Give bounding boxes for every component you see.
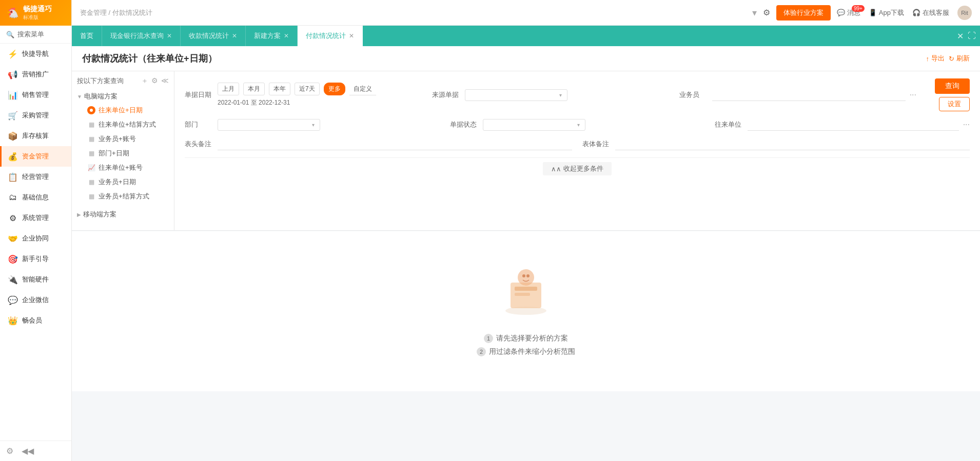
export-btn[interactable]: ↑ 导出 <box>926 54 945 63</box>
guide-icon: 🎯 <box>8 254 18 264</box>
add-scheme-icon[interactable]: ＋ <box>141 76 148 86</box>
sidebar-label-marketing: 营销推广 <box>22 70 49 79</box>
date-btn-custom[interactable]: 自定义 <box>349 83 376 95</box>
refresh-btn[interactable]: ↻ 刷新 <box>949 54 970 63</box>
tab-bank-flow-close[interactable]: ✕ <box>167 32 172 39</box>
sidebar-label-purchase: 采购管理 <box>22 111 49 120</box>
scheme-item-partner-settle[interactable]: ▦ 往来单位+结算方式 <box>77 117 169 132</box>
svg-rect-2 <box>515 287 537 291</box>
logo-icon: 🐔 <box>6 7 19 19</box>
online-service-btn[interactable]: 🎧 在线客服 <box>912 8 949 17</box>
date-btn-this-year[interactable]: 本年 <box>269 83 290 95</box>
collapse-btn[interactable]: ∧∧ 收起更多条件 <box>543 162 612 175</box>
sidebar-item-hardware[interactable]: 🔌 智能硬件 <box>0 269 71 290</box>
scheme-item-dept-date[interactable]: ▦ 部门+日期 <box>77 146 169 161</box>
sidebar-item-guide[interactable]: 🎯 新手引导 <box>0 249 71 269</box>
search-label: 搜索菜单 <box>17 30 44 39</box>
maximize-icon[interactable]: ⛶ <box>968 31 976 41</box>
filter-panel: 按以下方案查询 ＋ ⚙ ≪ ▼ 电脑端方案 往来单位+日期 <box>72 71 980 231</box>
user-avatar-btn[interactable]: Rit <box>957 6 972 20</box>
settings-bottom-icon[interactable]: ⚙ <box>6 446 13 456</box>
tab-new-scheme[interactable]: 新建方案 ✕ <box>246 26 298 46</box>
scheme-item-staff-account[interactable]: ▦ 业务员+账号 <box>77 132 169 146</box>
sidebar-item-purchase[interactable]: 🛒 采购管理 <box>0 105 71 126</box>
message-btn[interactable]: 💬 消息 99+ <box>837 8 860 17</box>
date-filter-group: 单据日期 上月 本月 本年 近7天 更多 自定义 2022-01-01 至 20… <box>185 83 422 107</box>
tab-receipt-stats-label: 收款情况统计 <box>189 31 229 41</box>
sidebar-item-basic-info[interactable]: 🗂 基础信息 <box>0 187 71 208</box>
tab-receipt-stats[interactable]: 收款情况统计 ✕ <box>181 26 246 46</box>
staff-input[interactable] <box>712 89 906 101</box>
avatar: Rit <box>957 6 972 20</box>
mobile-section-header[interactable]: ▶ 移动端方案 <box>77 208 169 221</box>
staff-filter-group: 业务员 ··· <box>679 89 916 101</box>
source-select[interactable]: ▾ <box>465 89 567 101</box>
partner-more-icon[interactable]: ··· <box>963 120 970 129</box>
scheme-panel: 按以下方案查询 ＋ ⚙ ≪ ▼ 电脑端方案 往来单位+日期 <box>72 71 174 230</box>
logo-sub: 标准版 <box>23 14 52 21</box>
search-menu[interactable]: 🔍 搜索菜单 <box>0 26 71 44</box>
tab-payment-stats[interactable]: 付款情况统计 ✕ <box>298 26 363 46</box>
sidebar-item-inventory[interactable]: 📦 库存核算 <box>0 126 71 146</box>
close-all-tabs-icon[interactable]: ✕ <box>957 31 964 41</box>
topbar-dropdown-icon[interactable]: ▾ <box>752 7 757 18</box>
date-btn-more[interactable]: 更多 <box>324 83 345 95</box>
sidebar-item-finance[interactable]: 💰 资金管理 <box>0 146 71 167</box>
collapse-sidebar-icon[interactable]: ◀◀ <box>22 446 34 456</box>
sidebar-item-member[interactable]: 👑 畅会员 <box>0 310 71 331</box>
body-note-input[interactable] <box>615 138 970 150</box>
sidebar-item-cooperation[interactable]: 🤝 企业协同 <box>0 228 71 249</box>
scheme-table-icon-1: ▦ <box>87 121 95 129</box>
sidebar-item-wechat[interactable]: 💬 企业微信 <box>0 290 71 310</box>
svg-point-5 <box>522 274 525 277</box>
scheme-item-partner-date[interactable]: 往来单位+日期 <box>77 103 169 117</box>
filter-collapse-area: ∧∧ 收起更多条件 <box>185 157 970 179</box>
sidebar-item-marketing[interactable]: 📢 营销推广 <box>0 64 71 85</box>
voucher-status-select[interactable]: ▾ <box>483 119 585 131</box>
scheme-label-partner-date: 往来单位+日期 <box>99 106 143 115</box>
settings-scheme-icon[interactable]: ⚙ <box>151 76 158 86</box>
date-btn-this-month[interactable]: 本月 <box>243 83 265 95</box>
sidebar-item-quick-nav[interactable]: ⚡ 快捷导航 <box>0 44 71 64</box>
scheme-item-staff-settle[interactable]: ▦ 业务员+结算方式 <box>77 189 169 204</box>
sidebar-item-operation[interactable]: 📋 经营管理 <box>0 167 71 187</box>
dept-filter-label: 部门 <box>185 120 213 129</box>
date-btn-last-month[interactable]: 上月 <box>218 83 239 95</box>
scheme-label-partner-settle: 往来单位+结算方式 <box>99 120 156 129</box>
header-note-input[interactable] <box>218 138 572 150</box>
finance-icon: 💰 <box>8 151 18 162</box>
desktop-section-header[interactable]: ▼ 电脑端方案 <box>77 90 169 103</box>
scheme-label-staff-settle: 业务员+结算方式 <box>99 192 149 201</box>
sidebar-item-sales[interactable]: 📊 销售管理 <box>0 85 71 105</box>
hint-text-1: 请先选择要分析的方案 <box>496 334 568 343</box>
settings-btn[interactable]: 设置 <box>939 97 970 111</box>
scheme-item-staff-date[interactable]: ▦ 业务员+日期 <box>77 175 169 189</box>
body-note-group: 表体备注 <box>582 138 970 150</box>
tabbar: 首页 现金银行流水查询 ✕ 收款情况统计 ✕ 新建方案 ✕ 付款情况统计 ✕ ✕… <box>72 26 980 46</box>
export-icon: ↑ <box>926 55 930 63</box>
tab-new-scheme-label: 新建方案 <box>254 31 281 41</box>
topbar-settings-icon[interactable]: ⚙ <box>763 8 770 17</box>
basic-info-icon: 🗂 <box>8 192 18 203</box>
sidebar-label-sales: 销售管理 <box>22 90 49 99</box>
dept-select[interactable]: ▾ <box>218 119 320 131</box>
tab-new-scheme-close[interactable]: ✕ <box>284 32 289 39</box>
tab-home[interactable]: 首页 <box>72 26 102 46</box>
tab-receipt-stats-close[interactable]: ✕ <box>232 32 237 39</box>
trial-btn[interactable]: 体验行业方案 <box>776 5 831 21</box>
date-btn-7days[interactable]: 近7天 <box>295 83 320 95</box>
user-name: Rit <box>961 10 968 16</box>
app-download-btn[interactable]: 📱 App下载 <box>869 8 904 17</box>
collapse-scheme-icon[interactable]: ≪ <box>161 76 169 86</box>
query-btn[interactable]: 查询 <box>935 78 970 94</box>
tab-payment-stats-close[interactable]: ✕ <box>349 32 354 39</box>
sidebar-label-operation: 经营管理 <box>22 172 49 182</box>
scheme-item-partner-account[interactable]: 📈 往来单位+账号 <box>77 161 169 175</box>
hardware-icon: 🔌 <box>8 274 18 285</box>
tab-payment-stats-label: 付款情况统计 <box>306 31 346 41</box>
partner-input[interactable] <box>748 118 958 131</box>
tab-bank-flow[interactable]: 现金银行流水查询 ✕ <box>102 26 181 46</box>
sidebar-label-system: 系统管理 <box>22 213 49 223</box>
sidebar-item-system[interactable]: ⚙ 系统管理 <box>0 208 71 228</box>
staff-more-icon[interactable]: ··· <box>910 90 916 99</box>
